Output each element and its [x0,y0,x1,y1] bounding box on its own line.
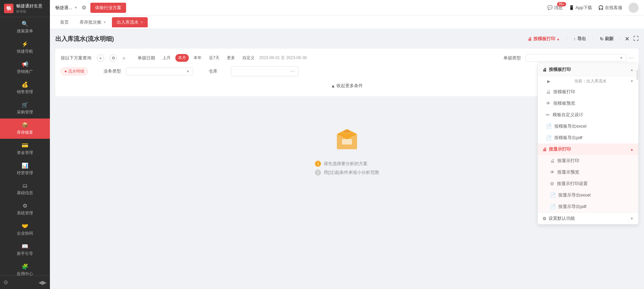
filter-section-label: 按以下方案查询 [61,55,91,61]
filter-gear-button[interactable]: ⚙ [110,54,117,62]
sidebar-item-apps[interactable]: 🧩 应用中心 [0,260,50,275]
sidebar-item-label: 应用中心 [17,271,33,275]
tab-flow-close[interactable]: × [141,20,143,25]
sidebar-item-label: 经营管理 [17,170,33,176]
sidebar-item-system[interactable]: ⚙ 系统管理 [0,199,50,219]
print-template-arrow: ▲ [557,37,560,41]
sidebar-item-inventory[interactable]: 📦 库存核算 [0,119,50,139]
sidebar-item-finance[interactable]: 💳 资金管理 [0,139,50,159]
svg-rect-2 [342,139,352,144]
dropdown-title-label: 按模板打印 [549,67,571,73]
preview-display-icon: 👁 [550,169,555,175]
warehouse-select[interactable]: ··· [231,66,298,76]
app-logo-icon: 畅 [4,4,13,13]
sidebar-item-guide[interactable]: 📖 新手引导 [0,240,50,260]
sidebar-logo: 畅 畅捷通好生意 标准版 [0,0,50,17]
topbar-gear-icon[interactable]: ⚙ [82,4,86,11]
dropdown-item-export-excel-display[interactable]: 📄 按显示导出excel [538,189,638,201]
tab-home[interactable]: 首页 [55,17,74,27]
display-section-icon: 🖨 [543,147,547,152]
dropdown-display-section-header[interactable]: 🖨 按显示打印 ▲ [538,143,638,155]
sidebar-item-label: 库存核算 [17,130,33,135]
sidebar-item-collab[interactable]: 🤝 企业协同 [0,219,50,240]
settings-footer-icon[interactable]: ⚙ [3,279,8,286]
tab-batch-account-close[interactable]: × [104,20,106,25]
dropdown-item-print-display[interactable]: 🖨 按显示打印 [538,155,638,166]
print-template-button[interactable]: 🖨 按模板打印 ▲ [525,34,563,43]
sidebar-item-sales[interactable]: 💰 销售管理 [0,78,50,98]
online-service-button[interactable]: 🎧 在线客服 [598,5,622,11]
inventory-icon: 📦 [22,122,28,128]
dropdown-item-export-pdf-display[interactable]: 📄 按显示导出pdf [538,201,638,212]
date-tag-last-month[interactable]: 上月 [160,54,173,62]
sidebar-item-purchase[interactable]: 🛒 采购管理 [0,98,50,119]
sidebar-item-label: 系统管理 [17,210,33,216]
sidebar-item-search-menu[interactable]: 🔍 搜索菜单 [0,17,50,37]
date-range-display: 2023-06-01 至 2023-06-30 [259,55,307,61]
content-area: 出入库流水(流水明细) 🖨 按模板打印 ▲ ↑ 导出 ↻ [50,29,644,289]
app-download-icon: 📱 [569,5,574,10]
settings-default-icon: ⚙ [543,216,547,221]
sidebar-item-marketing[interactable]: 📢 营销推广 [0,58,50,78]
dropdown-header[interactable]: 🖨 按模板打印 ▲ [538,63,638,76]
sidebar-item-label: 销售管理 [17,89,33,95]
sidebar-footer: ⚙ ◀▶ [0,275,50,289]
date-tag-this-year[interactable]: 本年 [191,54,204,62]
warehouse-more-icon[interactable]: ··· [290,68,295,74]
refresh-icon: ↻ [600,36,604,42]
user-dropdown-icon[interactable]: ▼ [74,6,78,9]
sidebar-item-operation[interactable]: 📊 经营管理 [0,159,50,179]
sidebar-item-label: 资金管理 [17,150,33,156]
doc-type-select[interactable]: ▼ [526,54,627,62]
collapse-more-button[interactable]: ▲ 收起更多条件 [327,81,367,91]
dropdown-title: 🖨 按模板打印 [543,67,571,73]
refresh-button[interactable]: ↻ 刷新 [597,34,616,43]
edition-label: 标准版 [16,9,42,14]
sidebar-item-quick-nav[interactable]: ⚡ 快捷导航 [0,37,50,58]
app-download-button[interactable]: 📱 App下载 [569,5,592,11]
dropdown-scrollbar[interactable] [636,63,638,224]
date-tag-more[interactable]: 更多 [224,54,238,62]
current-down-arrow-icon: ▼ [630,79,634,83]
filter-tag-icon: ● [64,69,67,74]
dropdown-item-label: 按模板预览 [553,100,575,106]
dropdown-item-preview-template[interactable]: 👁 按模板预览 [538,98,638,109]
filter-add-button[interactable]: + [97,54,104,62]
system-icon: ⚙ [23,203,27,209]
collapse-label: 收起更多条件 [336,83,363,89]
dropdown-item-print-settings-display[interactable]: ⚙ 按显示打印设置 [538,178,638,189]
main-area: 畅捷通... ▼ ⚙ 体验行业方案 💬 消息 99+ 📱 App下载 🎧 在线客… [50,0,644,289]
doc-type-arrow-icon: ▼ [620,56,623,60]
message-button[interactable]: 💬 消息 99+ [547,5,563,11]
sidebar-item-basic[interactable]: 🗂 基础信息 [0,179,50,199]
tab-batch-account[interactable]: 库存批次账 × [75,17,111,27]
date-tag-last-7-days[interactable]: 近7天 [206,54,222,62]
filter-collapse-button[interactable]: « [122,55,125,61]
empty-icon [330,121,364,154]
topbar: 畅捷通... ▼ ⚙ 体验行业方案 💬 消息 99+ 📱 App下载 🎧 在线客… [50,0,644,16]
dropdown-item-preview-display[interactable]: 👁 按显示预览 [538,166,638,178]
sidebar-item-label: 搜索菜单 [17,28,33,34]
date-tag-custom[interactable]: 自定义 [240,54,257,62]
export-button[interactable]: ↑ 导出 [571,34,589,43]
close-panel-icon[interactable]: ✕ [625,36,629,42]
dropdown-item-export-excel-template[interactable]: 📄 按模板导出excel [538,121,638,132]
dropdown-item-custom-design[interactable]: ✏ 模板自定义设计 [538,109,638,121]
dropdown-footer-item[interactable]: ⚙ 设置默认功能 ▼ [538,212,638,224]
expand-icon[interactable]: ⛶ [633,36,639,42]
dropdown-item-print-template[interactable]: 🖨 按模板打印 [538,86,638,98]
current-label: 当前：出入库流水 [574,78,607,84]
user-avatar[interactable] [628,3,639,13]
dropdown-footer-arrow-icon: ▼ [630,217,634,220]
apps-icon: 🧩 [22,263,28,270]
doc-type-more-icon[interactable]: ··· [629,55,633,61]
sidebar-item-label: 新手引导 [17,251,33,257]
collapse-sidebar-icon[interactable]: ◀▶ [38,279,47,286]
sidebar-item-label: 采购管理 [17,109,33,115]
industry-solution-button[interactable]: 体验行业方案 [90,3,126,13]
tab-flow[interactable]: 出入库流水 × [112,17,148,27]
dropdown-item-export-pdf-template[interactable]: 📄 按模板导出pdf [538,132,638,143]
date-tag-this-month[interactable]: 本月 [175,54,189,62]
business-type-select[interactable]: ▼ [126,68,193,75]
filter-tag-flow[interactable]: ● 流水明细 [61,68,88,75]
